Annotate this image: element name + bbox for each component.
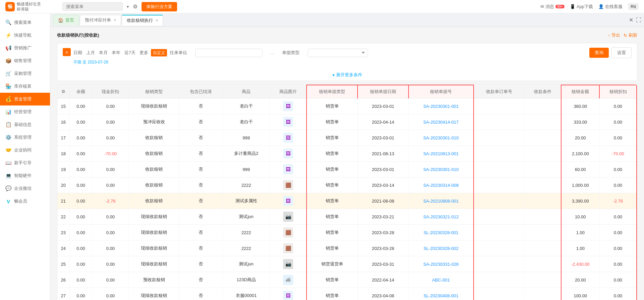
refresh-btn[interactable]: ↻ 刷新 — [624, 32, 637, 38]
cell-bill-no[interactable]: SL-20230328-002 — [409, 241, 474, 256]
cell-bill-no[interactable]: SA-20210813-001 — [409, 146, 474, 162]
cell-bill-no[interactable]: SA-20230321-012 — [409, 209, 474, 225]
page-title-row: 收款核销执行(按收款) ↑ 导出 ↻ 刷新 — [57, 32, 637, 38]
online-service-btn[interactable]: 👤 在线客服 — [598, 4, 623, 10]
layout: 🔍 搜索菜单 ⚡ 快捷导航 📢 营销推广 📦 销售管理 🛒 采购管理 🏪 库存核… — [0, 13, 644, 300]
gear-btn[interactable]: ⚙ — [133, 3, 138, 10]
th-verify-type: 核销类型 — [129, 85, 179, 98]
app-download-btn[interactable]: 📱 App下载 — [570, 4, 593, 10]
tab-home[interactable]: 🏠 首页 — [53, 15, 79, 25]
cell-goods: 衣服00001 — [223, 288, 270, 300]
tab-verify[interactable]: 收款核销执行 × — [122, 15, 163, 26]
sidebar-item-system[interactable]: ⚙️ 系统管理 — [0, 131, 50, 144]
top-bar: 畅 畅捷通好生意标准版 ▾ ⚙ 体验行业方案 ✉ 消息 99+ 📱 App下载 … — [0, 0, 644, 13]
tab-expand-btn[interactable]: ⛶ — [636, 17, 641, 23]
export-btn[interactable]: ↑ 导出 — [608, 32, 621, 38]
cell-no: 26 — [57, 272, 69, 288]
cell-receipt-order-no — [474, 114, 524, 130]
filter-toggle-btn[interactable]: » — [63, 48, 71, 56]
sidebar-item-marketing[interactable]: 📢 营销推广 — [0, 42, 50, 54]
industry-btn[interactable]: 体验行业方案 — [142, 2, 177, 11]
cell-include-settled: 否 — [179, 288, 223, 300]
cell-bill-no[interactable]: SA-20230301-001 — [409, 98, 474, 114]
tab-prepay-close[interactable]: × — [114, 18, 116, 23]
cell-cash-discount: -2.76 — [92, 193, 129, 209]
cell-receipt-condition — [524, 272, 561, 288]
cell-cash-discount: 0.00 — [92, 209, 129, 225]
cell-goods: 老白干 — [223, 98, 270, 114]
user-name[interactable]: Rit — [628, 3, 639, 10]
sidebar-item-purchase[interactable]: 🛒 采购管理 — [0, 67, 50, 80]
sidebar-item-operations[interactable]: 📊 经营管理 — [0, 105, 50, 118]
home-icon: 🏠 — [58, 18, 63, 23]
cell-no: 20 — [57, 177, 69, 193]
cell-bill-no[interactable]: SA-20230314-008 — [409, 177, 474, 193]
tab-close-all-btn[interactable]: ✕ — [629, 17, 633, 23]
sidebar-item-wechat[interactable]: 💬 企业微信 — [0, 182, 50, 195]
bill-type-select[interactable] — [308, 49, 368, 57]
app-icon: 📱 — [570, 4, 575, 9]
sidebar-item-hardware[interactable]: 💻 智能硬件 — [0, 169, 50, 182]
table-row: 16 0.00 0.00 预冲应收收 否 老白干 🖼 销货单 2023-04-1… — [57, 114, 637, 130]
sidebar-item-shortcut[interactable]: ⚡ 快捷导航 — [0, 29, 50, 42]
sales-icon: 📦 — [5, 58, 11, 64]
cell-verify-amount: -2,430.00 — [561, 256, 599, 272]
cell-no: 16 — [57, 114, 69, 130]
dropdown-btn[interactable]: ▾ — [127, 4, 129, 9]
tab-verify-close[interactable]: × — [156, 18, 158, 23]
page-title: 收款核销执行(按收款) — [57, 32, 99, 38]
cell-verify-amount: 100.00 — [561, 288, 599, 300]
table-row: 23 0.00 0.00 现续收款核销 否 2222 🟫 销货单 2023-03… — [57, 225, 637, 241]
cell-bill-date: 2021-08-08 — [358, 193, 409, 209]
date-custom-btn[interactable]: 自定义 — [151, 49, 167, 56]
cell-verify-discount: 0.00 — [599, 288, 637, 300]
cell-bill-no[interactable]: SL-20230408-001 — [409, 288, 474, 300]
sidebar-item-member[interactable]: V 畅会员 — [0, 195, 50, 208]
cell-verify-amount: 60.00 — [561, 162, 599, 177]
th-settings[interactable]: ⚙ — [57, 85, 69, 98]
from-unit-input[interactable] — [195, 49, 262, 57]
cell-bill-type: 销货单 — [307, 241, 358, 256]
cell-bill-no[interactable]: SA-20210808-001 — [409, 193, 474, 209]
date-btn-7days[interactable]: 近7天 — [123, 49, 137, 56]
cell-receipt-order-no — [474, 209, 524, 225]
th-bill-type: 核销单据类型 — [307, 85, 358, 98]
basic-icon: 📋 — [5, 122, 11, 128]
sidebar-item-inventory[interactable]: 🏪 库存核算 — [0, 80, 50, 93]
message-icon: ✉ — [540, 4, 544, 9]
logo-text: 畅捷通好生意标准版 — [17, 2, 41, 11]
cell-include-settled: 否 — [179, 241, 223, 256]
cell-verify-type: 现续收款核销 — [129, 256, 179, 272]
cell-no: 23 — [57, 225, 69, 241]
cell-bill-no[interactable]: SA-20230331-026 — [409, 256, 474, 272]
cell-bill-type: 销货单 — [307, 193, 358, 209]
sidebar-item-guide[interactable]: 📖 新手引导 — [0, 157, 50, 169]
cell-bill-no[interactable]: SA-20230414-017 — [409, 114, 474, 130]
tab-prepay[interactable]: 预付冲应付单 × — [80, 15, 121, 25]
sidebar-label-guide: 新手引导 — [14, 160, 32, 166]
cell-bill-no[interactable]: SL-20230328-001 — [409, 225, 474, 241]
cell-receipt-order-no — [474, 162, 524, 177]
cell-bill-no[interactable]: ABC-001 — [409, 272, 474, 288]
date-range: 不限 至 2023-07-26 — [73, 60, 108, 65]
cell-balance: 0.00 — [69, 162, 92, 177]
top-search-input[interactable] — [62, 2, 123, 11]
date-btn-this-month[interactable]: 本月 — [98, 49, 109, 56]
date-btn-more[interactable]: 更多 — [138, 49, 150, 56]
sidebar-item-search[interactable]: 🔍 搜索菜单 — [0, 16, 50, 29]
sidebar-item-finance[interactable]: 💰 资金管理 — [0, 93, 50, 105]
cell-goods-img: 🟫 — [270, 241, 307, 256]
sidebar-item-collab[interactable]: 🤝 企业协同 — [0, 144, 50, 157]
date-btn-this-year[interactable]: 本年 — [110, 49, 122, 56]
date-btn-last-month[interactable]: 上月 — [85, 49, 96, 56]
sidebar-item-sales[interactable]: 📦 销售管理 — [0, 54, 50, 67]
cell-bill-no[interactable]: SA-20230301-010 — [409, 162, 474, 177]
expand-more-btn[interactable]: ▾ 展开更多条件 — [332, 72, 362, 78]
sidebar-label-finance: 资金管理 — [14, 96, 32, 102]
cell-verify-type: 现续收款核销 — [129, 225, 179, 241]
cell-bill-no[interactable]: SA-20230301-010 — [409, 130, 474, 146]
sidebar-item-basic[interactable]: 📋 基础信息 — [0, 118, 50, 131]
query-btn[interactable]: 查询 — [589, 48, 609, 58]
message-btn[interactable]: ✉ 消息 99+ — [540, 4, 565, 10]
settings-btn[interactable]: 设置 — [611, 47, 632, 58]
